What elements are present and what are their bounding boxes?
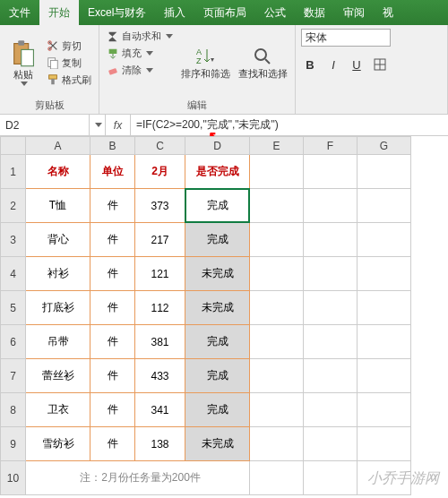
cell-G9[interactable] [358,427,411,461]
cell-F5[interactable] [304,291,358,325]
name-box[interactable]: D2 [0,115,90,135]
row-header-8[interactable]: 8 [1,393,26,427]
cell-C7[interactable]: 433 [135,359,185,393]
cell-D2[interactable]: 完成 [185,189,250,223]
border-button[interactable] [371,56,389,73]
cell-D9[interactable]: 未完成 [185,427,250,461]
cell-C8[interactable]: 341 [135,393,185,427]
col-header-A[interactable]: A [26,137,90,155]
cell-F9[interactable] [304,427,358,461]
cell-B7[interactable]: 件 [90,359,135,393]
tab-page-layout[interactable]: 页面布局 [194,0,255,25]
fx-button[interactable]: fx [106,115,131,135]
col-header-B[interactable]: B [90,137,135,155]
cell-C9[interactable]: 138 [135,427,185,461]
cell-C2[interactable]: 373 [135,189,185,223]
cell-D8[interactable]: 完成 [185,393,250,427]
cell-A3[interactable]: 背心 [26,223,90,257]
cell-A5[interactable]: 打底衫 [26,291,90,325]
cell-G4[interactable] [358,257,411,291]
fill-button[interactable]: 填充 [105,46,175,61]
cell-G5[interactable] [358,291,411,325]
formula-input[interactable]: =IF(C2>=200,"完成","未完成") ↖ [131,115,448,135]
tab-data[interactable]: 数据 [295,0,334,25]
col-header-F[interactable]: F [304,137,358,155]
cell-D6[interactable]: 完成 [185,325,250,359]
cell-C6[interactable]: 381 [135,325,185,359]
cell-E7[interactable] [250,359,304,393]
tab-formula[interactable]: 公式 [255,0,295,25]
cell-D3[interactable]: 完成 [185,223,250,257]
cell-E9[interactable] [250,427,304,461]
italic-button[interactable]: I [324,56,342,73]
cell-F10[interactable] [304,461,358,495]
row-header-7[interactable]: 7 [1,359,26,393]
cell-G1[interactable] [358,155,411,189]
row-header-1[interactable]: 1 [1,155,26,189]
cell-F6[interactable] [304,325,358,359]
row-header-3[interactable]: 3 [1,223,26,257]
cell-C5[interactable]: 112 [135,291,185,325]
cell-E4[interactable] [250,257,304,291]
cell-A6[interactable]: 吊带 [26,325,90,359]
name-box-dropdown[interactable] [90,115,106,135]
cell-F7[interactable] [304,359,358,393]
cell-E1[interactable] [250,155,304,189]
col-header-D[interactable]: D [185,137,250,155]
row-header-5[interactable]: 5 [1,291,26,325]
col-header-E[interactable]: E [250,137,304,155]
select-all-cell[interactable] [1,137,26,155]
cell-G3[interactable] [358,223,411,257]
row-header-6[interactable]: 6 [1,325,26,359]
cell-A4[interactable]: 衬衫 [26,257,90,291]
paste-button[interactable]: 粘贴 [5,29,41,97]
cell-A7[interactable]: 蕾丝衫 [26,359,90,393]
row-header-10[interactable]: 10 [1,461,26,495]
copy-button[interactable]: 复制 [45,56,93,71]
col-header-C[interactable]: C [135,137,185,155]
clear-button[interactable]: 清除 [105,63,175,78]
cell-E2[interactable] [250,189,304,223]
row-header-4[interactable]: 4 [1,257,26,291]
sort-filter-button[interactable]: AZ 排序和筛选 [178,29,232,97]
cell-B6[interactable]: 件 [90,325,135,359]
cell-F8[interactable] [304,393,358,427]
cell-B5[interactable]: 件 [90,291,135,325]
find-select-button[interactable]: 查找和选择 [236,29,289,97]
cell-C4[interactable]: 121 [135,257,185,291]
autosum-button[interactable]: 自动求和 [105,29,175,44]
cell-B8[interactable]: 件 [90,393,135,427]
font-name-select[interactable]: 宋体 [301,29,391,47]
cell-E10[interactable] [250,461,304,495]
cell-E3[interactable] [250,223,304,257]
cell-B1[interactable]: 单位 [90,155,135,189]
cell-F4[interactable] [304,257,358,291]
tab-file[interactable]: 文件 [0,0,39,25]
tab-insert[interactable]: 插入 [155,0,194,25]
cell-note[interactable]: 注：2月份任务量为200件 [26,461,250,495]
cell-E8[interactable] [250,393,304,427]
tab-custom[interactable]: Excel与财务 [79,0,155,25]
cell-D7[interactable]: 完成 [185,359,250,393]
cell-B9[interactable]: 件 [90,427,135,461]
cell-G6[interactable] [358,325,411,359]
tab-review[interactable]: 审阅 [334,0,374,25]
row-header-2[interactable]: 2 [1,189,26,223]
cell-G7[interactable] [358,359,411,393]
cell-A1[interactable]: 名称 [26,155,90,189]
underline-button[interactable]: U [348,56,366,73]
row-header-9[interactable]: 9 [1,427,26,461]
cell-F2[interactable] [304,189,358,223]
cell-E6[interactable] [250,325,304,359]
cell-F3[interactable] [304,223,358,257]
tab-view[interactable]: 视 [374,0,402,25]
format-painter-button[interactable]: 格式刷 [45,73,93,88]
cell-C3[interactable]: 217 [135,223,185,257]
cell-A9[interactable]: 雪纺衫 [26,427,90,461]
cell-E5[interactable] [250,291,304,325]
col-header-G[interactable]: G [358,137,411,155]
cell-C1[interactable]: 2月 [135,155,185,189]
cell-D1[interactable]: 是否完成 [185,155,250,189]
cell-F1[interactable] [304,155,358,189]
cell-A8[interactable]: 卫衣 [26,393,90,427]
